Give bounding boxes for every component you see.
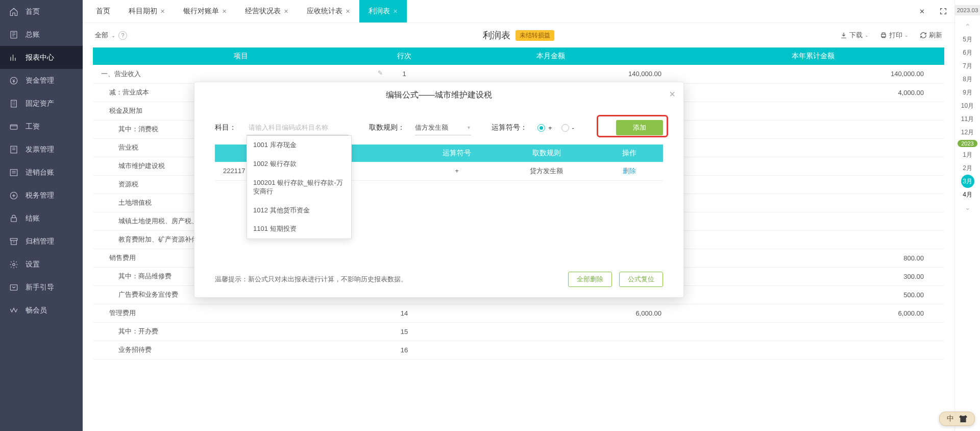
add-button[interactable]: 添加 <box>616 120 663 135</box>
footer-tip: 温馨提示：新公式只对未出报表进行计算，不影响历史报表数据。 <box>215 275 407 284</box>
th: 运算符号 <box>416 145 497 162</box>
cell: 贷方发生额 <box>497 162 596 180</box>
modal-header: 编辑公式——城市维护建设税 × <box>194 82 683 108</box>
modal-title: 编辑公式——城市维护建设税 <box>386 90 492 101</box>
chevron-down-icon: ▼ <box>467 125 471 130</box>
subject-dropdown: 1001 库存现金1002 银行存款100201 银行存款_银行存款-万安商行1… <box>247 135 352 239</box>
edit-formula-modal: 编辑公式——城市维护建设税 × 科目： 1001 库存现金1002 银行存款10… <box>194 82 684 298</box>
radio-label: + <box>548 124 552 132</box>
radio-plus[interactable]: + <box>537 124 552 132</box>
formula-form-row: 科目： 1001 库存现金1002 银行存款100201 银行存款_银行存款-万… <box>215 120 663 135</box>
dropdown-option[interactable]: 1012 其他货币资金 <box>247 201 351 220</box>
delete-link[interactable]: 删除 <box>623 167 636 175</box>
ime-indicator: 中 <box>939 412 975 426</box>
cell-action: 删除 <box>596 162 663 180</box>
operator-label: 运算符号： <box>492 123 527 132</box>
ime-text: 中 <box>947 414 954 423</box>
dropdown-option[interactable]: 1001 库存现金 <box>247 136 351 155</box>
close-icon[interactable]: × <box>669 88 675 100</box>
rule-value: 借方发生额 <box>415 123 448 132</box>
rule-select[interactable]: 借方发生额▼ <box>415 120 471 135</box>
modal-footer: 温馨提示：新公式只对未出报表进行计算，不影响历史报表数据。 全部删除 公式复位 <box>194 262 683 297</box>
radio-label: - <box>572 124 574 132</box>
dropdown-option[interactable]: 1002 银行存款 <box>247 155 351 174</box>
th: 操作 <box>596 145 663 162</box>
th: 取数规则 <box>497 145 596 162</box>
dropdown-option[interactable]: 100201 银行存款_银行存款-万安商行 <box>247 174 351 201</box>
dropdown-option[interactable]: 1101 短期投资 <box>247 220 351 238</box>
radio-minus[interactable]: - <box>561 124 574 132</box>
subject-input[interactable] <box>247 120 349 135</box>
rule-label: 取数规则： <box>369 123 405 132</box>
delete-all-button[interactable]: 全部删除 <box>568 272 612 287</box>
shirt-icon <box>959 415 967 422</box>
reset-formula-button[interactable]: 公式复位 <box>619 272 663 287</box>
cell: + <box>416 162 497 180</box>
subject-label: 科目： <box>215 123 236 132</box>
